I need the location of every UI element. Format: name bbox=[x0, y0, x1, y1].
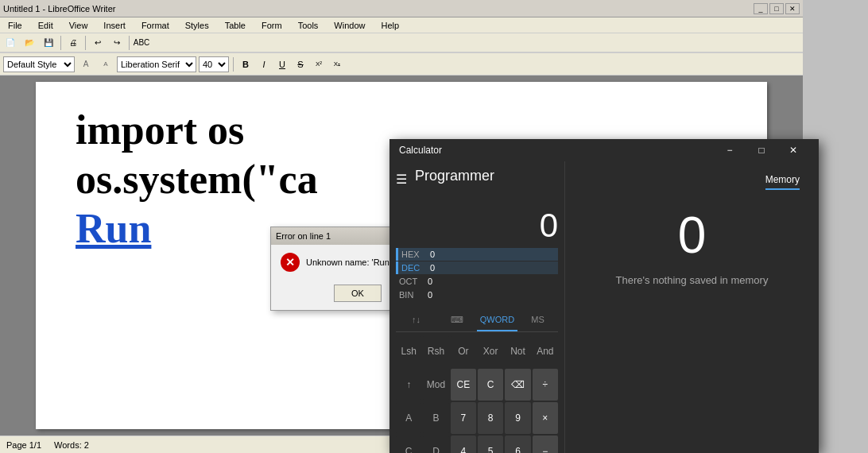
font-size-dropdown[interactable]: 40 bbox=[199, 56, 229, 72]
calc-btn-up[interactable]: ↑ bbox=[396, 369, 421, 401]
toolbar-new[interactable]: 📄 bbox=[2, 35, 19, 51]
word-size-arrows[interactable]: ↑↓ bbox=[396, 309, 436, 331]
menu-help[interactable]: Help bbox=[376, 19, 404, 32]
calc-btn-a[interactable]: A bbox=[396, 402, 421, 434]
calc-btn-b[interactable]: B bbox=[423, 402, 448, 434]
toolbar-save[interactable]: 💾 bbox=[40, 35, 57, 51]
toolbar-row-1: 📄 📂 💾 🖨 ↩ ↪ ABC bbox=[0, 33, 803, 52]
writer-minimize-btn[interactable]: _ bbox=[754, 3, 768, 14]
memory-tab[interactable]: Memory bbox=[765, 174, 800, 190]
status-left: Page 1/1 Words: 2 bbox=[6, 440, 89, 450]
menu-edit[interactable]: Edit bbox=[33, 19, 58, 32]
title-bar-controls: _ □ ✕ bbox=[754, 3, 800, 14]
calc-btn-multiply[interactable]: × bbox=[533, 402, 558, 434]
calc-btn-7[interactable]: 7 bbox=[451, 402, 476, 434]
title-bar-left: Untitled 1 - LibreOffice Writer bbox=[3, 4, 115, 14]
calc-btn-c-hex[interactable]: C bbox=[396, 436, 421, 453]
calc-menu-icon[interactable]: ☰ bbox=[396, 172, 407, 187]
calc-btn-c[interactable]: C bbox=[478, 369, 503, 401]
calc-btn-9[interactable]: 9 bbox=[505, 402, 530, 434]
toolbar-redo[interactable]: ↪ bbox=[108, 35, 126, 51]
calc-display: 0 bbox=[396, 207, 558, 245]
calc-btn-8[interactable]: 8 bbox=[478, 402, 503, 434]
calc-minimize-btn[interactable]: − bbox=[714, 139, 746, 161]
superscript-button[interactable]: X² bbox=[311, 56, 327, 72]
strikethrough-button[interactable]: S bbox=[293, 56, 308, 72]
word-size-row: ↑↓ ⌨ QWORD MS bbox=[396, 309, 558, 332]
calc-btn-lsh[interactable]: Lsh bbox=[396, 335, 421, 367]
calc-btn-6[interactable]: 6 bbox=[505, 436, 530, 453]
menu-view[interactable]: View bbox=[64, 19, 93, 32]
calc-btn-divide[interactable]: ÷ bbox=[533, 369, 558, 401]
calc-btn-5[interactable]: 5 bbox=[478, 436, 503, 453]
word-size-qword[interactable]: QWORD bbox=[477, 309, 517, 331]
toolbar-sep-3 bbox=[129, 36, 130, 50]
toolbar-sep-2 bbox=[85, 36, 86, 50]
calc-btn-mod[interactable]: Mod bbox=[423, 369, 448, 401]
word-size-ms[interactable]: MS bbox=[517, 309, 558, 331]
style-dropdown[interactable]: Default Style bbox=[3, 56, 75, 72]
calc-title-bar: Calculator − □ ✕ bbox=[389, 139, 819, 161]
memory-empty-text: There's nothing saved in memory bbox=[616, 274, 769, 286]
calc-title-controls: − □ ✕ bbox=[714, 139, 809, 161]
toolbar-open[interactable]: 📂 bbox=[21, 35, 38, 51]
underline-button[interactable]: U bbox=[274, 56, 290, 72]
calc-btn-subtract[interactable]: − bbox=[533, 436, 558, 453]
bold-button[interactable]: B bbox=[238, 56, 254, 72]
menu-insert[interactable]: Insert bbox=[99, 19, 130, 32]
status-page-info: Page 1/1 bbox=[6, 440, 41, 450]
calc-btn-backspace[interactable]: ⌫ bbox=[505, 369, 530, 401]
calc-bin-row: BIN 0 bbox=[396, 288, 558, 301]
calc-right-panel: Memory 0 There's nothing saved in memory bbox=[564, 161, 819, 453]
calc-title-text: Calculator bbox=[399, 145, 442, 156]
calc-btn-4[interactable]: 4 bbox=[451, 436, 476, 453]
menu-window[interactable]: Window bbox=[329, 19, 370, 32]
calc-btn-d[interactable]: D bbox=[423, 436, 448, 453]
writer-close-btn[interactable]: ✕ bbox=[785, 3, 800, 14]
writer-title: Untitled 1 - LibreOffice Writer bbox=[3, 4, 115, 14]
error-icon: ✕ bbox=[281, 253, 300, 272]
italic-button[interactable]: I bbox=[256, 56, 272, 72]
calc-close-btn[interactable]: ✕ bbox=[777, 139, 809, 161]
formatting-bar: Default Style A A Liberation Serif 40 B … bbox=[0, 53, 803, 76]
error-message-text: Unknown name: 'Run'. bbox=[306, 257, 393, 267]
font-size-icon2: A bbox=[97, 56, 114, 72]
toolbar-sep-1 bbox=[60, 36, 61, 50]
font-size-icon: A bbox=[77, 56, 95, 72]
writer-title-bar: Untitled 1 - LibreOffice Writer _ □ ✕ bbox=[0, 0, 803, 17]
calc-dec-row: DEC 0 bbox=[396, 261, 558, 274]
toolbar-undo[interactable]: ↩ bbox=[89, 35, 107, 51]
calc-btn-ce[interactable]: CE bbox=[451, 369, 476, 401]
ok-button[interactable]: OK bbox=[334, 285, 382, 302]
toolbar-print[interactable]: 🖨 bbox=[64, 35, 82, 51]
menu-form[interactable]: Form bbox=[257, 19, 287, 32]
memory-content: 0 There's nothing saved in memory bbox=[572, 190, 812, 302]
calc-btn-or[interactable]: Or bbox=[451, 335, 476, 367]
font-dropdown[interactable]: Liberation Serif bbox=[117, 56, 196, 72]
subscript-button[interactable]: X₂ bbox=[329, 56, 345, 72]
menu-table[interactable]: Table bbox=[220, 19, 250, 32]
menu-file[interactable]: File bbox=[3, 19, 27, 32]
calc-hex-row: HEX 0 bbox=[396, 248, 558, 261]
calc-button-grid: Lsh Rsh Or Xor Not And ↑ Mod CE C ⌫ ÷ A … bbox=[396, 335, 558, 453]
calc-btn-not[interactable]: Not bbox=[505, 335, 530, 367]
error-title-text: Error on line 1 bbox=[276, 231, 331, 241]
status-word-count: Words: 2 bbox=[54, 440, 89, 450]
writer-restore-btn[interactable]: □ bbox=[769, 3, 784, 14]
calc-hex-indicators: HEX 0 DEC 0 OCT 0 BIN 0 bbox=[396, 248, 558, 303]
toolbar-area: 📄 📂 💾 🖨 ↩ ↪ ABC bbox=[0, 33, 803, 53]
calc-left-panel: ☰ Programmer 0 HEX 0 DEC 0 OCT 0 bbox=[389, 161, 564, 453]
memory-header: Memory bbox=[572, 168, 812, 190]
calc-btn-and[interactable]: And bbox=[533, 335, 558, 367]
menu-styles[interactable]: Styles bbox=[180, 19, 214, 32]
toolbar-spell[interactable]: ABC bbox=[133, 35, 150, 51]
menu-format[interactable]: Format bbox=[137, 19, 174, 32]
calc-oct-row: OCT 0 bbox=[396, 275, 558, 288]
menu-tools[interactable]: Tools bbox=[293, 19, 324, 32]
calc-btn-xor[interactable]: Xor bbox=[478, 335, 503, 367]
calc-btn-rsh[interactable]: Rsh bbox=[423, 335, 448, 367]
calculator-window: Calculator − □ ✕ ☰ Programmer 0 HEX 0 bbox=[389, 139, 819, 453]
calc-main-body: ☰ Programmer 0 HEX 0 DEC 0 OCT 0 bbox=[389, 161, 819, 453]
word-size-keyboard[interactable]: ⌨ bbox=[436, 309, 477, 331]
calc-restore-btn[interactable]: □ bbox=[746, 139, 777, 161]
